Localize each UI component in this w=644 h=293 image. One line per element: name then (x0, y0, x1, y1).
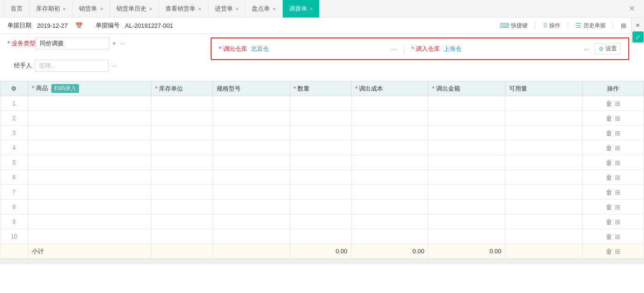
row-qty-7[interactable] (290, 185, 351, 200)
row-product-2[interactable] (28, 111, 151, 126)
row-amount-8[interactable] (428, 200, 505, 214)
copy-icon-8[interactable]: ⊞ (615, 203, 620, 211)
row-amount-3[interactable] (428, 126, 505, 140)
copy-icon-10[interactable]: ⊞ (615, 233, 620, 240)
row-spec-2[interactable] (213, 111, 290, 126)
row-unit-9[interactable] (151, 214, 213, 229)
operation-button[interactable]: ⠿ 操作 (543, 22, 560, 30)
sidebar-expand-button[interactable]: ⤢ (632, 31, 644, 43)
row-product-7[interactable] (28, 185, 151, 200)
transfer-in-more-icon[interactable]: ··· (583, 45, 589, 53)
row-spec-10[interactable] (213, 229, 290, 244)
tab-purchase-order-close[interactable]: × (236, 6, 238, 12)
row-available-9[interactable] (505, 214, 583, 229)
row-unit-4[interactable] (151, 140, 213, 155)
row-unit-5[interactable] (151, 155, 213, 170)
business-type-dropdown-icon[interactable]: ▼ (111, 40, 117, 47)
transfer-out-value[interactable]: 北京仓 (251, 45, 288, 53)
tab-purchase-order[interactable]: 进货单 × (208, 0, 245, 18)
row-product-9[interactable] (28, 214, 151, 229)
row-amount-1[interactable] (428, 96, 505, 111)
copy-icon-1[interactable]: ⊞ (615, 100, 620, 107)
tab-sales-history[interactable]: 销货单历史 × (110, 0, 159, 18)
copy-icon-6[interactable]: ⊞ (615, 174, 620, 181)
tab-view-sales[interactable]: 查看销货单 × (159, 0, 208, 18)
row-available-8[interactable] (505, 200, 583, 214)
shortcut-button[interactable]: ⌨ 快捷键 (500, 22, 528, 30)
row-unit-10[interactable] (151, 229, 213, 244)
row-available-6[interactable] (505, 170, 583, 185)
row-unit-8[interactable] (151, 200, 213, 214)
row-spec-1[interactable] (213, 96, 290, 111)
row-amount-5[interactable] (428, 155, 505, 170)
delete-icon-9[interactable]: 🗑 (606, 218, 612, 226)
row-cost-2[interactable] (351, 111, 428, 126)
tab-view-sales-close[interactable]: × (198, 6, 201, 12)
row-cost-5[interactable] (351, 155, 428, 170)
layout-button-1[interactable]: ▤ (621, 22, 626, 29)
settings-button[interactable]: ⚙ 设置 (595, 43, 621, 55)
row-spec-8[interactable] (213, 200, 290, 214)
row-qty-8[interactable] (290, 200, 351, 214)
calendar-icon[interactable]: 📅 (75, 22, 83, 29)
business-type-more-icon[interactable]: ··· (120, 40, 126, 47)
delete-icon-8[interactable]: 🗑 (606, 203, 612, 211)
delete-icon-7[interactable]: 🗑 (606, 189, 612, 196)
row-spec-6[interactable] (213, 170, 290, 185)
tab-sales-order[interactable]: 销货单 × (73, 0, 109, 18)
row-product-8[interactable] (28, 200, 151, 214)
tab-transfer[interactable]: 调拨单 × (283, 0, 319, 18)
row-available-10[interactable] (505, 229, 583, 244)
row-amount-7[interactable] (428, 185, 505, 200)
row-qty-9[interactable] (290, 214, 351, 229)
row-cost-9[interactable] (351, 214, 428, 229)
tab-inventory-check[interactable]: 盘点单 × (245, 0, 282, 18)
scroll-bar-area[interactable] (0, 259, 644, 264)
row-qty-5[interactable] (290, 155, 351, 170)
sidebar-list-button[interactable]: ≡ (632, 19, 644, 31)
row-product-1[interactable] (28, 96, 151, 111)
row-qty-2[interactable] (290, 111, 351, 126)
copy-icon-5[interactable]: ⊞ (615, 159, 620, 166)
row-amount-10[interactable] (428, 229, 505, 244)
tab-sales-order-close[interactable]: × (100, 6, 103, 12)
handler-value[interactable]: 选择... (35, 60, 109, 72)
gear-icon-header[interactable]: ⚙ (11, 85, 17, 92)
row-unit-6[interactable] (151, 170, 213, 185)
row-unit-7[interactable] (151, 185, 213, 200)
row-amount-4[interactable] (428, 140, 505, 155)
delete-icon-2[interactable]: 🗑 (606, 115, 612, 122)
row-product-6[interactable] (28, 170, 151, 185)
row-unit-1[interactable] (151, 96, 213, 111)
tab-home[interactable]: 首页 (4, 0, 30, 18)
row-spec-9[interactable] (213, 214, 290, 229)
row-cost-10[interactable] (351, 229, 428, 244)
transfer-in-value[interactable]: 上海仓 (444, 45, 480, 53)
subtotal-delete-icon[interactable]: 🗑 (606, 248, 612, 255)
row-cost-4[interactable] (351, 140, 428, 155)
delete-icon-4[interactable]: 🗑 (606, 144, 612, 152)
row-cost-7[interactable] (351, 185, 428, 200)
row-spec-4[interactable] (213, 140, 290, 155)
row-qty-3[interactable] (290, 126, 351, 140)
row-amount-6[interactable] (428, 170, 505, 185)
row-qty-1[interactable] (290, 96, 351, 111)
row-product-4[interactable] (28, 140, 151, 155)
copy-icon-2[interactable]: ⊞ (615, 115, 620, 122)
row-product-5[interactable] (28, 155, 151, 170)
row-amount-9[interactable] (428, 214, 505, 229)
row-unit-3[interactable] (151, 126, 213, 140)
copy-icon-9[interactable]: ⊞ (615, 218, 620, 226)
handler-more-icon[interactable]: ··· (111, 62, 117, 69)
col-header-gear[interactable]: ⚙ (0, 81, 28, 96)
row-available-3[interactable] (505, 126, 583, 140)
delete-icon-6[interactable]: 🗑 (606, 174, 612, 181)
delete-icon-1[interactable]: 🗑 (606, 100, 612, 107)
tab-transfer-close[interactable]: × (310, 6, 313, 12)
copy-icon-7[interactable]: ⊞ (615, 189, 620, 196)
row-amount-2[interactable] (428, 111, 505, 126)
row-available-5[interactable] (505, 155, 583, 170)
row-unit-2[interactable] (151, 111, 213, 126)
row-product-10[interactable] (28, 229, 151, 244)
copy-icon-3[interactable]: ⊞ (615, 129, 620, 137)
